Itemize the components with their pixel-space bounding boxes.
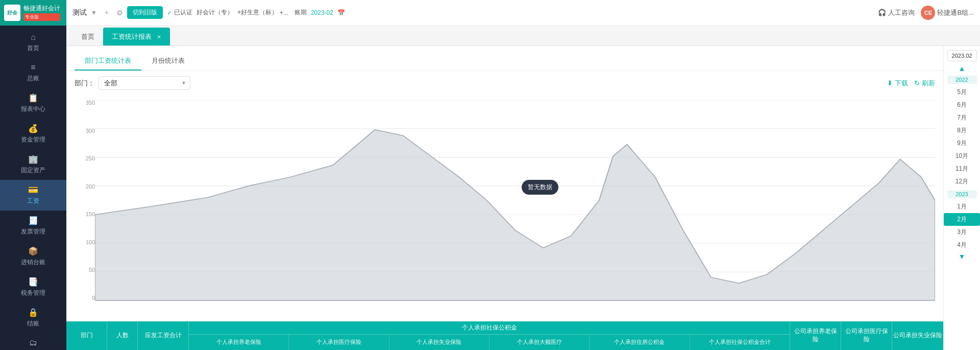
subtab-dept[interactable]: 部门工资统计表 bbox=[75, 52, 141, 71]
rs-month-10[interactable]: 10月 bbox=[944, 150, 980, 162]
sidebar-item-home[interactable]: ⌂ 首页 bbox=[0, 28, 66, 58]
home-icon: ⌂ bbox=[31, 33, 36, 42]
sidebar-item-inventory[interactable]: 📦 进销台账 bbox=[0, 241, 66, 272]
sidebar-item-tax[interactable]: 📑 税务管理 bbox=[0, 272, 66, 302]
refresh-btn[interactable]: ↻ 刷新 bbox=[914, 79, 935, 88]
rs-month-8[interactable]: 8月 bbox=[944, 124, 980, 137]
th-personal-pension: 个人承担养老保险 bbox=[189, 335, 289, 350]
sidebar-item-ledger[interactable]: ≡ 总账 bbox=[0, 58, 66, 88]
sidebar-logo: 好会 畅捷通好会计 专业版 bbox=[0, 0, 66, 26]
rs-month-5[interactable]: 5月 bbox=[944, 86, 980, 99]
y-label-100: 100 bbox=[86, 240, 95, 245]
switch-to-old-btn[interactable]: 切到旧版 bbox=[127, 6, 163, 19]
sidebar-item-assets[interactable]: 🏢 固定资产 bbox=[0, 149, 66, 180]
refresh-icon: ↻ bbox=[914, 79, 920, 87]
sidebar-item-ledger-label: 总账 bbox=[27, 74, 39, 83]
right-sidebar: 2023.02 ▲ 2022 5月 6月 7月 8月 9月 10月 11月 12… bbox=[943, 46, 980, 350]
topbar-dropdown-arrow[interactable]: ▼ bbox=[91, 9, 97, 16]
sidebar-item-tax-label: 税务管理 bbox=[21, 289, 45, 297]
sidebar-item-home-label: 首页 bbox=[27, 44, 39, 53]
y-label-50: 50 bbox=[89, 267, 95, 273]
rs-month-2-active[interactable]: 2月 bbox=[944, 213, 980, 226]
tab-close-icon[interactable]: ✕ bbox=[157, 34, 161, 40]
good-biz-label: +好生意（标） bbox=[237, 8, 278, 17]
salary-icon: 💳 bbox=[28, 185, 38, 195]
y-label-200: 200 bbox=[86, 184, 95, 190]
good-account-label: 好会计（专） bbox=[197, 8, 233, 17]
refresh-label: 刷新 bbox=[922, 79, 935, 88]
rs-year-label: 2023.02 bbox=[947, 50, 977, 61]
chart-container: 350 300 250 200 150 100 50 0 bbox=[66, 95, 935, 321]
chart-area: 350 300 250 200 150 100 50 0 bbox=[66, 95, 943, 321]
th-personal-total: 个人承担社保公积金合计 bbox=[690, 335, 790, 350]
download-icon: ⬇ bbox=[887, 79, 893, 87]
ai-consult-label: 人工咨询 bbox=[888, 8, 915, 17]
download-btn[interactable]: ⬇ 下载 bbox=[887, 79, 908, 88]
rs-year-2023: 2023 bbox=[947, 190, 977, 198]
rs-nav-down-btn[interactable]: ▼ bbox=[958, 251, 967, 262]
rs-month-12[interactable]: 12月 bbox=[944, 175, 980, 188]
ai-consult-btn[interactable]: 🎧 人工咨询 bbox=[878, 8, 915, 17]
subtab-monthly[interactable]: 月份统计表 bbox=[141, 52, 195, 71]
th-group-personal-cells: 个人承担养老保险 个人承担医疗保险 个人承担失业保险 个人承担大额医疗 个人承担 bbox=[189, 335, 790, 350]
user-profile-btn[interactable]: CE 轻捷通B组... bbox=[921, 6, 974, 20]
chart-svg-wrapper: 暂无数据 bbox=[95, 100, 935, 301]
th-company-pension-label: 公司承担养老保险 bbox=[791, 328, 840, 343]
period-label: 账期 bbox=[295, 8, 307, 17]
th-dept: 部门 bbox=[66, 321, 107, 350]
subtab-dept-label: 部门工资统计表 bbox=[85, 57, 131, 64]
calendar-icon[interactable]: 📅 bbox=[337, 9, 345, 16]
main-area: 测试 ▼ ＋ ⚙ 切到旧版 ✓ 已认证 好会计（专） +好生意（标） +... … bbox=[66, 0, 980, 350]
sidebar-item-close-label: 结账 bbox=[27, 319, 39, 328]
rs-month-4[interactable]: 4月 bbox=[944, 239, 980, 251]
th-company-pension: 公司承担养老保险 bbox=[790, 321, 841, 350]
sidebar-item-salary[interactable]: 💳 工资 bbox=[0, 180, 66, 211]
sidebar-item-invoice-label: 发票管理 bbox=[21, 227, 45, 236]
topbar-settings-icon[interactable]: ⚙ bbox=[116, 9, 123, 17]
sidebar-item-reports[interactable]: 📋 报表中心 bbox=[0, 88, 66, 119]
sidebar-item-close[interactable]: 🔒 结账 bbox=[0, 302, 66, 333]
topbar-title: 测试 bbox=[72, 8, 87, 17]
topbar-add-icon[interactable]: ＋ bbox=[103, 8, 110, 17]
th-count: 人数 bbox=[107, 321, 138, 350]
invoice-icon: 🧾 bbox=[28, 216, 38, 225]
sidebar: 好会 畅捷通好会计 专业版 ⌂ 首页 ≡ 总账 📋 报表中心 💰 资金管理 🏢 … bbox=[0, 0, 66, 350]
certified-label: 已认证 bbox=[174, 8, 192, 17]
rs-month-11[interactable]: 11月 bbox=[944, 162, 980, 175]
rs-year-2022: 2022 bbox=[947, 76, 977, 84]
headset-icon: 🎧 bbox=[878, 9, 886, 16]
sidebar-item-invoice[interactable]: 🧾 发票管理 bbox=[0, 211, 66, 241]
rs-month-7[interactable]: 7月 bbox=[944, 111, 980, 124]
th-personal-unemployment: 个人承担失业保险 bbox=[389, 335, 489, 350]
th-group-personal-header: 个人承担社保公积金 bbox=[189, 321, 790, 335]
dept-select[interactable]: 全部 财务部 销售部 技术部 管理层 bbox=[99, 76, 190, 90]
th-dept-label: 部门 bbox=[81, 332, 93, 340]
logo-badge: 专业版 bbox=[23, 13, 60, 21]
th-company-unemployment-label: 公司承担失业保险 bbox=[893, 332, 942, 340]
dept-select-wrapper: 全部 财务部 销售部 技术部 管理层 ▼ bbox=[99, 76, 190, 90]
rs-month-1[interactable]: 1月 bbox=[944, 200, 980, 213]
tab-salary-report[interactable]: 工资统计报表 ✕ bbox=[103, 28, 170, 45]
tab-home[interactable]: 首页 bbox=[72, 28, 103, 45]
sidebar-item-inventory-label: 进销台账 bbox=[21, 258, 45, 267]
sidebar-item-reports-label: 报表中心 bbox=[21, 105, 45, 113]
rs-month-3[interactable]: 3月 bbox=[944, 226, 980, 239]
sidebar-item-archive[interactable]: 🗂 归档管理 bbox=[0, 333, 66, 350]
sidebar-item-salary-label: 工资 bbox=[27, 197, 39, 205]
sidebar-nav: ⌂ 首页 ≡ 总账 📋 报表中心 💰 资金管理 🏢 固定资产 💳 工资 🧾 发票… bbox=[0, 26, 66, 350]
sidebar-item-funds[interactable]: 💰 资金管理 bbox=[0, 119, 66, 149]
user-name-label: 轻捷通B组... bbox=[937, 8, 974, 17]
archive-icon: 🗂 bbox=[29, 338, 37, 347]
y-label-250: 250 bbox=[86, 156, 95, 161]
th-group-personal-label: 个人承担社保公积金 bbox=[462, 323, 517, 332]
rs-nav-up-btn[interactable]: ▲ bbox=[958, 63, 967, 74]
assets-icon: 🏢 bbox=[28, 154, 38, 164]
rs-month-9[interactable]: 9月 bbox=[944, 137, 980, 150]
th-personal-medical: 个人承担医疗保险 bbox=[289, 335, 389, 350]
dept-field-label: 部门： bbox=[75, 79, 94, 88]
content-area: 部门工资统计表 月份统计表 部门： 全部 财务部 销售部 技术部 bbox=[66, 46, 980, 350]
rs-month-6[interactable]: 6月 bbox=[944, 99, 980, 111]
th-company-medical-label: 公司承担医疗保险 bbox=[842, 328, 891, 343]
th-personal-housing: 个人承担住房公积金 bbox=[590, 335, 690, 350]
subtab-monthly-label: 月份统计表 bbox=[152, 57, 185, 64]
